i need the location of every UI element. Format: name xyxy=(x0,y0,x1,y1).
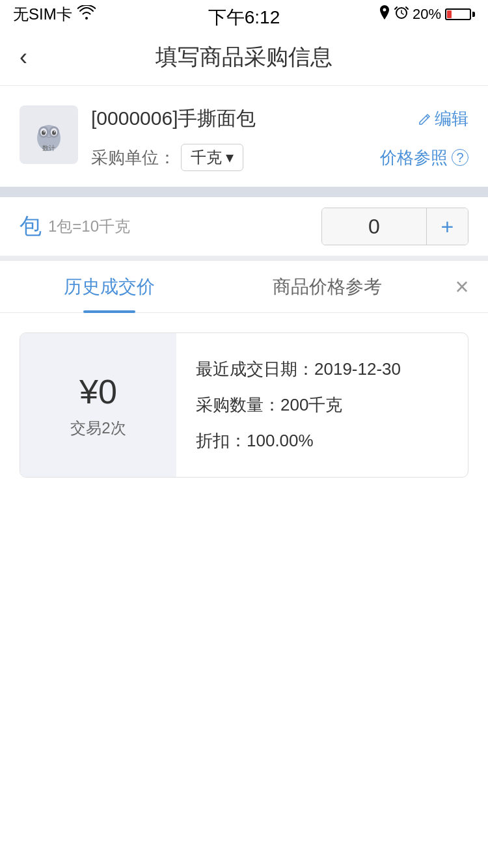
unit-select[interactable]: 千克 ▾ xyxy=(181,144,243,171)
history-price: ¥0 xyxy=(79,372,117,411)
network-label: 无SIM卡 xyxy=(13,4,72,25)
history-details: 最近成交日期：2019-12-30 采购数量：200千克 折扣：100.00% xyxy=(176,333,468,477)
location-icon xyxy=(379,5,390,23)
qty-input[interactable] xyxy=(322,208,426,245)
tab-panel: 历史成交价 商品价格参考 × ¥0 交易2次 最近成交日期：2019-12-30… xyxy=(0,261,488,497)
help-icon: ? xyxy=(452,149,468,166)
svg-point-6 xyxy=(42,131,46,135)
alarm-icon xyxy=(394,5,409,23)
edit-button[interactable]: 编辑 xyxy=(418,107,468,130)
wifi-icon xyxy=(77,5,96,23)
quantity-row: 包 1包=10千克 + xyxy=(0,197,488,256)
product-name: [0000006]手撕面包 xyxy=(91,105,256,132)
status-time: 下午6:12 xyxy=(208,5,280,30)
tab-history-price[interactable]: 历史成交价 xyxy=(0,261,218,313)
page-title: 填写商品采购信息 xyxy=(156,42,332,72)
unit-label: 采购单位： 千克 ▾ xyxy=(91,144,243,171)
svg-point-7 xyxy=(52,131,56,135)
svg-text:数计: 数计 xyxy=(42,144,55,152)
qty-control: + xyxy=(321,208,468,245)
price-ref-button[interactable]: 价格参照 ? xyxy=(380,146,468,169)
qty-unit-label: 包 xyxy=(20,211,42,241)
status-left: 无SIM卡 xyxy=(13,4,96,25)
history-section: ¥0 交易2次 最近成交日期：2019-12-30 采购数量：200千克 折扣：… xyxy=(0,313,488,497)
nav-bar: ‹ 填写商品采购信息 xyxy=(0,29,488,86)
discount-row: 折扣：100.00% xyxy=(196,428,448,454)
dropdown-icon: ▾ xyxy=(226,148,234,167)
svg-point-8 xyxy=(44,131,45,133)
price-value: 0 xyxy=(98,373,117,411)
purchase-qty-row: 采购数量：200千克 xyxy=(196,392,448,418)
product-info: [0000006]手撕面包 编辑 采购单位： 千克 ▾ xyxy=(91,105,468,171)
battery-percent: 20% xyxy=(413,6,441,23)
price-symbol: ¥ xyxy=(79,373,98,411)
history-trades: 交易2次 xyxy=(70,418,126,439)
svg-point-9 xyxy=(54,131,55,133)
back-button[interactable]: ‹ xyxy=(20,44,27,71)
tab-product-price[interactable]: 商品价格参考 xyxy=(218,261,436,313)
product-row: 数计 [0000006]手撕面包 编辑 采购单位： xyxy=(20,105,468,171)
unit-row: 采购单位： 千克 ▾ 价格参照 ? xyxy=(91,144,468,171)
qty-unit-info: 包 1包=10千克 xyxy=(20,211,130,241)
qty-plus-button[interactable]: + xyxy=(426,208,468,245)
tab-bar: 历史成交价 商品价格参考 × xyxy=(0,261,488,313)
product-thumbnail: 数计 xyxy=(20,105,78,164)
empty-area xyxy=(0,497,488,868)
section-divider xyxy=(0,187,488,197)
product-name-row: [0000006]手撕面包 编辑 xyxy=(91,105,468,132)
product-card: 数计 [0000006]手撕面包 编辑 采购单位： xyxy=(0,86,488,187)
history-card: ¥0 交易2次 最近成交日期：2019-12-30 采购数量：200千克 折扣：… xyxy=(20,332,468,478)
qty-unit-note: 1包=10千克 xyxy=(48,216,130,237)
status-right: 20% xyxy=(379,5,475,23)
recent-date-row: 最近成交日期：2019-12-30 xyxy=(196,357,448,382)
tab-close-button[interactable]: × xyxy=(436,261,488,313)
battery-icon xyxy=(445,8,475,20)
history-price-section: ¥0 交易2次 xyxy=(20,333,176,477)
status-bar: 无SIM卡 下午6:12 20% xyxy=(0,0,488,29)
